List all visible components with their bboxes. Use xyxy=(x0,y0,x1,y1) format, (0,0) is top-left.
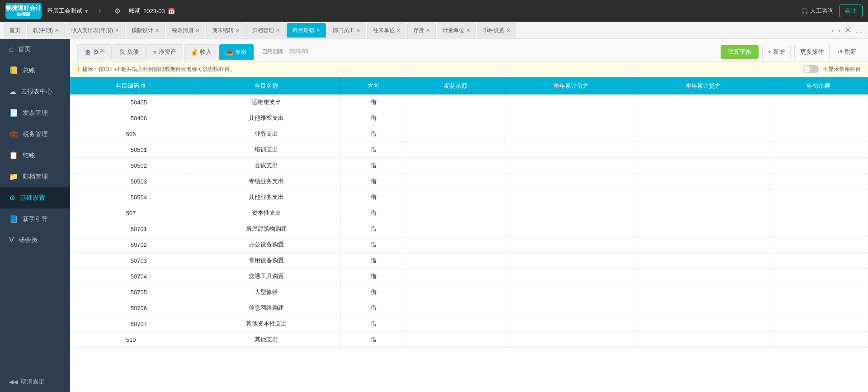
table-wrapper: 科目编码 ⚙ 科目名称 方向 期初余额 本年累计借方 本年累计贷方 年初余额 5… xyxy=(70,77,868,392)
tab-home[interactable]: 首页 xyxy=(4,23,26,38)
sub-tab-zichan[interactable]: 🏦 资产 xyxy=(77,44,112,60)
sidebar-collapse-button[interactable]: ◀◀ 取消固定 xyxy=(0,371,70,392)
app-logo: 畅捷通好会计 旗舰版 xyxy=(5,3,42,19)
tab-close-all-button[interactable]: ✕ xyxy=(843,25,853,35)
tab-cunkuo[interactable]: 存货 ✕ xyxy=(407,23,436,38)
sub-tab-shouru[interactable]: 💰 收入 xyxy=(184,44,218,60)
table-row[interactable]: 50504 其他业务支出 借 xyxy=(70,189,868,205)
tab-bizhong[interactable]: 币种设置 ✕ xyxy=(477,23,516,38)
kuaiji-button[interactable]: 会计 xyxy=(839,5,863,17)
add-project-button[interactable]: ＋ xyxy=(94,5,106,18)
cell-code: 50405 xyxy=(70,94,192,110)
sidebar-item-home[interactable]: ⌂ 首页 xyxy=(0,39,70,60)
cell-qichu xyxy=(406,332,505,348)
sidebar-item-jichushezhi[interactable]: ⚙ 基础设置 xyxy=(0,187,70,208)
table-row[interactable]: 507 资本性支出 借 xyxy=(70,205,868,221)
sidebar-item-label: 发票管理 xyxy=(23,109,48,117)
sub-tab-jingzichan[interactable]: ≡ 净资产 xyxy=(146,44,183,60)
sidebar-item-shuiwu[interactable]: 💼 税务管理 xyxy=(0,123,70,145)
table-row[interactable]: 50707 其他资本性支出 借 xyxy=(70,316,868,332)
table-row[interactable]: 505 业务支出 借 xyxy=(70,126,868,142)
period-value: 2023-03 xyxy=(143,8,165,14)
tab-qimo[interactable]: 期末结转 ✕ xyxy=(206,23,245,38)
tab-kemuqichu[interactable]: 科目期初 ✕ xyxy=(287,23,326,38)
table-row[interactable]: 510 其他支出 借 xyxy=(70,332,868,348)
close-icon[interactable]: ✕ xyxy=(155,28,159,33)
action-bar: 试算平衡 + 新增 更多操作 ↺ 刷新 xyxy=(721,45,861,59)
help-button[interactable]: 🎧 人工咨询 xyxy=(801,7,834,15)
table-row[interactable]: 50503 专项业务支出 借 xyxy=(70,174,868,189)
col-name: 科目名称 xyxy=(192,77,341,94)
tab-shouru[interactable]: 收入支出表(年报) ✕ xyxy=(66,23,125,38)
cell-leijizjie xyxy=(505,110,637,126)
table-row[interactable]: 50502 会议支出 借 xyxy=(70,158,868,174)
col-leijidai: 本年累计贷方 xyxy=(637,77,769,94)
close-icon[interactable]: ✕ xyxy=(195,28,199,33)
close-icon[interactable]: ✕ xyxy=(356,28,360,33)
tab-zhongqi[interactable]: 轧(中期) ✕ xyxy=(27,23,65,38)
cell-name: 大型修缮 xyxy=(192,284,341,300)
close-icon[interactable]: ✕ xyxy=(426,28,430,33)
add-button[interactable]: + 新增 xyxy=(762,45,791,59)
project-selector[interactable]: 基层工会测试 ▾ xyxy=(47,7,88,15)
cell-name: 会议支出 xyxy=(192,158,341,174)
sidebar-item-label: 首页 xyxy=(18,45,31,53)
table-row[interactable]: 50704 交通工具购置 借 xyxy=(70,269,868,284)
sub-tab-fuzhai[interactable]: 负 负债 xyxy=(113,44,146,60)
tab-expand-button[interactable]: ⛶ xyxy=(854,25,864,35)
sidebar-item-xinshou[interactable]: 📘 新手引导 xyxy=(0,208,70,230)
more-button[interactable]: 更多操作 xyxy=(794,45,830,59)
tab-prev-button[interactable]: ‹ xyxy=(830,26,836,35)
tab-guidang[interactable]: 归档管理 ✕ xyxy=(246,23,286,38)
tab-moban[interactable]: 模版设计 ✕ xyxy=(126,23,165,38)
close-icon[interactable]: ✕ xyxy=(466,28,470,33)
tab-bumen[interactable]: 部门员工 ✕ xyxy=(327,23,366,38)
table-row[interactable]: 50706 信息网络购建 借 xyxy=(70,300,868,316)
sub-tab-zhichu[interactable]: 📤 支出 xyxy=(219,44,254,60)
sidebar-item-baobiao[interactable]: ☁ 云报表中心 xyxy=(0,81,70,102)
tab-next-button[interactable]: › xyxy=(836,26,842,35)
close-icon[interactable]: ✕ xyxy=(506,28,510,33)
sidebar-item-zhangbu[interactable]: 📒 总账 xyxy=(0,60,70,81)
cell-nianchu xyxy=(769,316,868,332)
home-icon: ⌂ xyxy=(9,45,14,53)
cell-name: 信息网络购建 xyxy=(192,300,341,316)
table-row[interactable]: 50405 运维维支出 借 xyxy=(70,94,868,110)
tab-jiliang[interactable]: 计量单位 ✕ xyxy=(437,23,476,38)
calendar-icon[interactable]: 📅 xyxy=(168,8,175,14)
refresh-button[interactable]: ↺ 刷新 xyxy=(833,45,861,59)
table-row[interactable]: 50705 大型修缮 借 xyxy=(70,284,868,300)
cell-direction: 借 xyxy=(341,126,406,142)
sidebar-item-fapiao[interactable]: 🧾 发票管理 xyxy=(0,102,70,123)
close-icon[interactable]: ✕ xyxy=(236,28,240,33)
sidebar-item-guidang[interactable]: 📁 归档管理 xyxy=(0,166,70,187)
tab-bumen-label: 部门员工 xyxy=(333,27,354,34)
balance-button[interactable]: 试算平衡 xyxy=(721,45,759,59)
table-row[interactable]: 50406 其他维权支出 借 xyxy=(70,110,868,126)
close-icon[interactable]: ✕ xyxy=(115,28,119,33)
top-header: 畅捷通好会计 旗舰版 基层工会测试 ▾ ＋ ⚙ 账期 2023-03 📅 🎧 人… xyxy=(0,0,868,22)
close-icon[interactable]: ✕ xyxy=(55,28,59,33)
cell-leijizjie xyxy=(505,221,637,237)
table-row[interactable]: 50501 培训支出 借 xyxy=(70,142,868,158)
settings-icon[interactable]: ⚙ xyxy=(112,5,123,17)
cell-leijizjie xyxy=(505,158,637,174)
sidebar-item-huiyuan[interactable]: V 畅会员 xyxy=(0,230,70,250)
cell-qichu xyxy=(406,110,505,126)
tab-shuibiao[interactable]: 税表清册 ✕ xyxy=(166,23,205,38)
toggle-disabled-subjects[interactable] xyxy=(803,65,819,73)
cell-code: 505 xyxy=(70,126,192,142)
table-row[interactable]: 50701 房屋建筑物购建 借 xyxy=(70,221,868,237)
close-icon[interactable]: ✕ xyxy=(396,28,401,33)
sidebar-item-jiezhang[interactable]: 📋 结账 xyxy=(0,145,70,166)
cell-name: 业务支出 xyxy=(192,126,341,142)
cell-nianchu xyxy=(769,284,868,300)
tab-laiwang[interactable]: 往来单位 ✕ xyxy=(367,23,406,38)
close-icon[interactable]: ✕ xyxy=(276,28,280,33)
table-row[interactable]: 50702 办公设备购置 借 xyxy=(70,237,868,253)
column-settings-icon[interactable]: ⚙ xyxy=(141,82,146,89)
cell-leijizjie xyxy=(505,142,637,158)
table-row[interactable]: 50703 专用设备购置 借 xyxy=(70,253,868,269)
cell-leijizjie xyxy=(505,174,637,189)
close-icon[interactable]: ✕ xyxy=(316,28,320,33)
